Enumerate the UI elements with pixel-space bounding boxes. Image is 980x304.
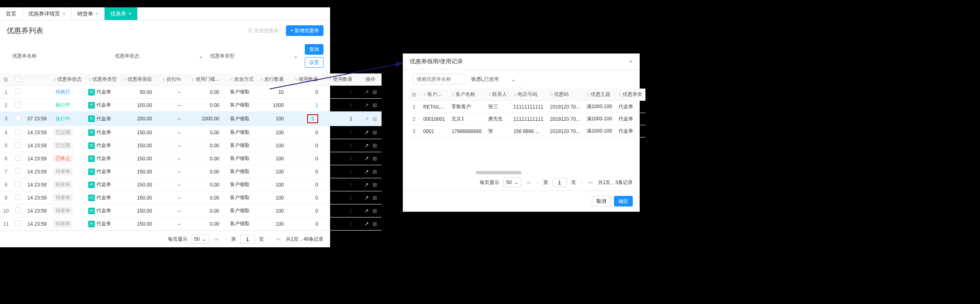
coupon-name-input[interactable] [39, 51, 108, 61]
table-row[interactable]: 9 14 23:59 待发布 代代金券 150.00 -- 0.00 客户领取 … [0, 191, 382, 204]
table-row[interactable]: 7 14 23:59 待发布 代代金券 150.00 -- 0.00 客户领取 … [0, 165, 382, 178]
checkbox[interactable] [15, 89, 21, 94]
share-icon[interactable]: ↗ [364, 89, 369, 95]
next-page-icon[interactable]: › [268, 236, 271, 242]
qr-icon[interactable]: ⊞ [373, 155, 377, 162]
per-page-select[interactable]: 50 ⌄ [192, 234, 209, 244]
qr-icon[interactable]: ⊞ [373, 169, 377, 175]
col-face[interactable]: ⇅优惠券面值 [120, 73, 159, 86]
qr-icon[interactable]: ⊞ [373, 195, 377, 201]
checkbox[interactable] [15, 155, 21, 161]
tab-sales[interactable]: 销货单× [71, 7, 105, 20]
last-page-icon[interactable]: ⏭ [587, 180, 594, 185]
col-threshold[interactable]: ⇅使用门槛... [188, 73, 227, 86]
table-row[interactable]: 5 14 23:59 已过期 代代金券 150.00 -- 0.00 客户领取 … [0, 139, 382, 152]
qr-icon[interactable]: ⊞ [373, 221, 377, 227]
qr-icon[interactable]: ⊞ [373, 208, 377, 214]
next-page-icon[interactable]: › [580, 180, 583, 185]
checkbox[interactable] [15, 129, 21, 135]
tab-home[interactable]: 首页 [0, 7, 22, 20]
col-method[interactable]: ⇅发放方式 [227, 73, 257, 86]
checkbox[interactable] [15, 181, 21, 187]
tab-coupon[interactable]: 优惠券× [105, 7, 138, 20]
col-subject[interactable]: ⇅优惠主题 [583, 89, 616, 101]
checkbox[interactable] [15, 207, 21, 213]
checkbox-all[interactable] [15, 76, 21, 82]
cell-claim[interactable]: 0 [291, 165, 326, 178]
tab-detail[interactable]: 优惠券详情页× [22, 7, 71, 20]
table-row[interactable]: 2 执行中 代代金券 100.00 -- 0.00 客户领取 1000 1 0 … [0, 99, 382, 112]
qr-icon[interactable]: ⊞ [373, 89, 377, 95]
close-icon[interactable]: × [96, 11, 98, 17]
qr-icon[interactable]: ⊞ [373, 182, 377, 188]
cell-claim[interactable]: 3 [291, 112, 326, 126]
col-ctype[interactable]: ⇅优惠券类 [615, 89, 645, 101]
modal-status-select[interactable]: 已使用 ⌄ [484, 76, 516, 83]
col-type[interactable]: ⇅优惠券类型 [85, 73, 120, 86]
table-row[interactable]: 8 14 23:59 待发布 代代金券 150.00 -- 0.00 客户领取 … [0, 178, 382, 191]
table-row[interactable]: 11 14 23:59 待发布 代代金券 150.00 -- 0.00 客户领取… [0, 217, 382, 231]
cell-claim[interactable]: 0 [291, 217, 326, 231]
page-input[interactable] [240, 235, 255, 244]
col-claim[interactable]: ⇅领用数量 [291, 73, 326, 86]
qr-icon[interactable]: ⊞ [373, 102, 377, 108]
table-row[interactable]: 1 RETAIL... 零散客户 张三 11111111111 2019120 … [408, 101, 645, 113]
table-row[interactable]: 4 14 23:59 已过期 代代金券 150.00 -- 0.00 客户领取 … [0, 126, 382, 139]
prev-page-icon[interactable]: ‹ [536, 180, 539, 185]
table-row[interactable]: 1 待执行 代代金券 50.00 -- 0.00 客户领取 10 0 0 ↗ ⊞ [0, 86, 382, 99]
type-select[interactable]: ⌄ [237, 51, 299, 61]
query-button[interactable]: 查询 [305, 44, 324, 55]
checkbox[interactable] [15, 168, 21, 174]
col-cust-no[interactable]: ⇅客户... [420, 89, 448, 101]
cell-claim[interactable]: 0 [291, 204, 326, 217]
table-row[interactable]: 2 00010001 北京1 唐先生 11111111111 2019120 7… [408, 113, 645, 125]
page-input[interactable] [552, 178, 567, 187]
last-page-icon[interactable]: ⏭ [275, 236, 282, 242]
add-coupon-button[interactable]: + 新增优惠券 [286, 25, 324, 36]
checkbox[interactable] [15, 142, 21, 148]
checkbox[interactable] [15, 220, 21, 226]
settings-button[interactable]: 设置 [305, 57, 324, 68]
col-issue[interactable]: ⇅发行数量 [257, 73, 291, 86]
table-row[interactable]: 6 14 23:59 已终止 代代金券 150.00 -- 0.00 客户领取 … [0, 152, 382, 165]
table-row[interactable]: 3 0001 17666666666 张 156 6666 ... 201912… [408, 125, 645, 138]
checkbox[interactable] [15, 194, 21, 200]
table-row[interactable]: 3 07 23:59 执行中 代代金券 200.00 -- 1000.00 客户… [0, 112, 382, 126]
share-icon[interactable]: ↗ [364, 116, 369, 122]
per-page-select[interactable]: 50 ⌄ [503, 178, 521, 187]
cell-claim[interactable]: 0 [291, 152, 326, 165]
qr-icon[interactable]: ⊞ [373, 142, 377, 149]
cell-claim[interactable]: 0 [291, 126, 326, 139]
first-page-icon[interactable]: ⏮ [525, 180, 532, 185]
col-code[interactable]: ⇅优惠码 [547, 89, 583, 101]
cell-claim[interactable]: 0 [291, 139, 326, 152]
cell-claim[interactable]: 0 [291, 86, 326, 99]
horizontal-scrollbar[interactable] [408, 171, 634, 174]
cell-claim[interactable]: 0 [291, 178, 326, 191]
table-row[interactable]: 10 14 23:59 待发布 代代金券 150.00 -- 0.00 客户领取… [0, 204, 382, 217]
close-icon[interactable]: × [629, 58, 633, 65]
close-icon[interactable]: × [129, 11, 132, 17]
qr-icon[interactable]: ⊞ [373, 129, 377, 135]
col-cust-name[interactable]: ⇅客户名称 [448, 89, 484, 101]
close-icon[interactable]: × [63, 11, 65, 17]
search-input[interactable] [417, 76, 478, 82]
cell-claim[interactable]: 0 [291, 191, 326, 204]
col-use[interactable]: ⇅使用数量 [326, 73, 360, 86]
prev-page-icon[interactable]: ‹ [224, 236, 227, 242]
distribute-button[interactable]: ☰ 发放优惠券 [244, 25, 283, 36]
cancel-button[interactable]: 取消 [592, 196, 611, 206]
share-icon[interactable]: ↗ [364, 102, 369, 108]
checkbox[interactable] [15, 102, 21, 107]
col-gear[interactable]: ⚙ [408, 89, 420, 101]
col-gear[interactable]: ⚙ [0, 73, 12, 86]
checkbox[interactable] [15, 115, 21, 121]
col-discount[interactable]: ⇅折扣% [159, 73, 188, 86]
status-select[interactable]: ⌄ [142, 51, 203, 61]
claim-count-highlight[interactable]: 3 [307, 114, 318, 123]
first-page-icon[interactable]: ⏮ [213, 236, 220, 242]
col-status[interactable]: ⇅优惠券状态 [50, 73, 85, 86]
ok-button[interactable]: 确定 [614, 196, 633, 206]
cell-claim[interactable]: 1 [291, 99, 326, 112]
qr-icon[interactable]: ⊞ [373, 116, 377, 122]
